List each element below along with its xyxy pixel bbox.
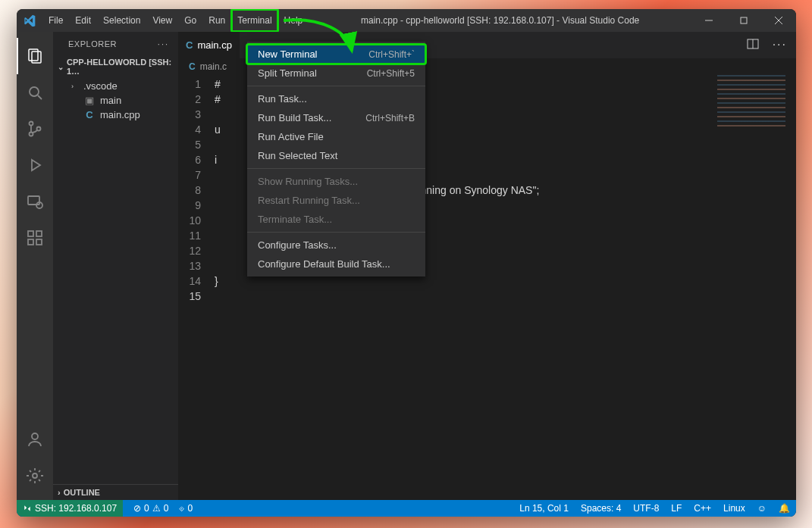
menu-item-run-active-file[interactable]: Run Active File (247, 127, 425, 146)
maximize-button[interactable] (726, 9, 761, 32)
tree-file-main-cpp[interactable]: C main.cpp (53, 108, 178, 122)
os-indicator[interactable]: Linux (723, 503, 745, 514)
svg-point-3 (30, 87, 39, 96)
binary-file-icon: ▣ (83, 95, 96, 106)
menu-item-label: New Terminal (258, 48, 318, 60)
menu-help[interactable]: Help (278, 9, 309, 32)
svg-rect-0 (741, 17, 747, 23)
menu-item-shortcut: Ctrl+Shift+` (368, 49, 415, 60)
menu-separator (247, 232, 425, 233)
search-icon[interactable] (17, 74, 53, 111)
outline-label: OUTLINE (64, 488, 100, 497)
explorer-more-icon[interactable]: ··· (158, 39, 169, 48)
chevron-right-icon: › (71, 83, 79, 90)
menu-item-run-build-task[interactable]: Run Build Task...Ctrl+Shift+B (247, 108, 425, 127)
minimap[interactable] (717, 75, 785, 128)
menu-item-restart-running-task: Restart Running Task... (247, 191, 425, 210)
menu-run[interactable]: Run (202, 9, 231, 32)
explorer-icon[interactable] (17, 38, 53, 74)
menu-separator (247, 168, 425, 169)
menu-item-label: Show Running Tasks... (258, 176, 358, 187)
window-title: main.cpp - cpp-helloworld [SSH: 192.168.… (309, 15, 691, 26)
menu-item-terminate-task: Terminate Task... (247, 210, 425, 229)
tree-label: .vscode (83, 80, 118, 92)
warning-icon: ⚠ (152, 503, 161, 514)
svg-point-5 (30, 133, 33, 136)
explorer-header: EXPLORER ··· (53, 32, 178, 55)
extensions-icon[interactable] (17, 220, 53, 256)
cursor-position[interactable]: Ln 15, Col 1 (519, 503, 569, 514)
svg-rect-12 (36, 231, 42, 236)
window-controls (691, 9, 796, 32)
menu-item-configure-default-build-task[interactable]: Configure Default Build Task... (247, 255, 425, 273)
menu-selection[interactable]: Selection (97, 9, 146, 32)
settings-gear-icon[interactable] (17, 458, 53, 494)
menu-item-label: Configure Default Build Task... (258, 258, 390, 270)
svg-point-13 (32, 433, 38, 439)
minimize-button[interactable] (691, 9, 726, 32)
indentation-indicator[interactable]: Spaces: 4 (581, 503, 621, 514)
close-button[interactable] (761, 9, 796, 32)
menu-item-label: Terminate Task... (258, 214, 332, 225)
tree-folder-vscode[interactable]: › .vscode (53, 79, 178, 93)
menu-item-label: Restart Running Task... (258, 195, 360, 206)
menu-file[interactable]: File (42, 9, 69, 32)
breadcrumb-file: main.c (200, 61, 227, 72)
svg-point-14 (33, 473, 37, 478)
menu-item-configure-tasks[interactable]: Configure Tasks... (247, 236, 425, 255)
tree-file-main-bin[interactable]: ▣ main (53, 93, 178, 108)
menu-go[interactable]: Go (178, 9, 202, 32)
split-editor-icon[interactable] (747, 38, 759, 53)
outline-section[interactable]: › OUTLINE (53, 484, 178, 500)
problems-indicator[interactable]: ⊘0 ⚠0 (133, 503, 168, 514)
svg-rect-9 (28, 231, 33, 236)
menu-view[interactable]: View (146, 9, 178, 32)
svg-rect-10 (28, 239, 33, 245)
remote-indicator[interactable]: SSH: 192.168.0.107 (17, 500, 123, 517)
chevron-down-icon: ⌄ (58, 63, 64, 71)
menu-item-label: Run Selected Text (258, 150, 337, 161)
menu-item-run-selected-text[interactable]: Run Selected Text (247, 146, 425, 165)
title-bar: FileEditSelectionViewGoRunTerminalHelp m… (17, 9, 796, 32)
menu-item-label: Run Active File (258, 131, 324, 142)
ports-indicator[interactable]: ⟐0 (179, 503, 193, 514)
menu-item-shortcut: Ctrl+Shift+B (365, 113, 415, 123)
menu-item-label: Run Task... (258, 93, 307, 105)
encoding-indicator[interactable]: UTF-8 (633, 503, 659, 514)
remote-explorer-icon[interactable] (17, 183, 53, 220)
menu-item-shortcut: Ctrl+Shift+5 (367, 68, 415, 79)
explorer-sidebar: EXPLORER ··· ⌄ CPP-HELLOWORLD [SSH: 1… ›… (53, 32, 178, 500)
menu-item-new-terminal[interactable]: New TerminalCtrl+Shift+` (247, 45, 425, 64)
notifications-icon[interactable]: 🔔 (779, 503, 790, 514)
chevron-right-icon: › (58, 488, 61, 497)
menu-item-split-terminal[interactable]: Split TerminalCtrl+Shift+5 (247, 64, 425, 83)
menu-item-label: Split Terminal (258, 67, 317, 79)
menu-terminal[interactable]: Terminal (231, 9, 277, 32)
broadcast-icon: ⟐ (179, 503, 184, 514)
explorer-title: EXPLORER (68, 39, 117, 48)
status-bar: SSH: 192.168.0.107 ⊘0 ⚠0 ⟐0 Ln 15, Col 1… (17, 500, 796, 517)
workspace-folder[interactable]: ⌄ CPP-HELLOWORLD [SSH: 1… (53, 55, 178, 79)
feedback-icon[interactable]: ☺ (757, 503, 767, 514)
terminal-context-menu: New TerminalCtrl+Shift+`Split TerminalCt… (247, 42, 425, 276)
remote-host-label: SSH: 192.168.0.107 (35, 500, 117, 517)
menu-item-run-task[interactable]: Run Task... (247, 89, 425, 108)
source-control-icon[interactable] (17, 111, 53, 147)
language-mode[interactable]: C++ (694, 503, 711, 514)
menu-edit[interactable]: Edit (69, 9, 97, 32)
tree-label: main (100, 95, 121, 106)
menu-item-label: Run Build Task... (258, 112, 331, 123)
run-debug-icon[interactable] (17, 147, 53, 183)
editor-tab-main-cpp[interactable]: C main.cp (178, 32, 240, 58)
eol-indicator[interactable]: LF (671, 503, 682, 514)
tab-label: main.cp (197, 39, 232, 51)
line-number-gutter: 123456789101112131415 (178, 75, 215, 500)
menu-item-show-running-tasks: Show Running Tasks... (247, 172, 425, 191)
account-icon[interactable] (17, 421, 53, 458)
vscode-logo-icon (17, 14, 42, 27)
svg-point-6 (37, 127, 41, 131)
error-icon: ⊘ (133, 503, 141, 514)
menu-separator (247, 86, 425, 86)
menu-item-label: Configure Tasks... (258, 239, 337, 251)
editor-more-icon[interactable]: ··· (773, 38, 787, 53)
